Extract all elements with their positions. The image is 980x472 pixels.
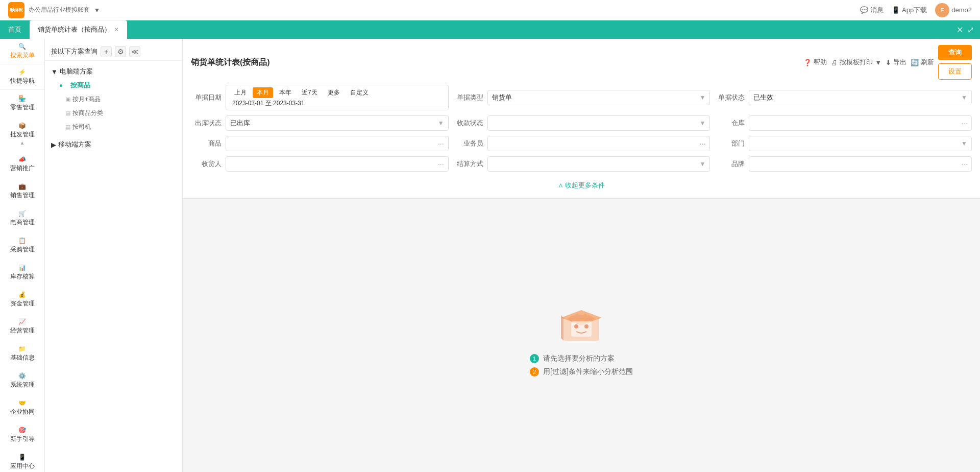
scheme-by-cashier[interactable]: ▤ 按司机 [45,120,182,134]
ecommerce-icon: 🛒 [18,210,26,217]
doc-type-wrap[interactable]: 销货单 ▼ [487,90,710,105]
scheme-by-product-category[interactable]: ▤ 按商品分类 [45,106,182,120]
sidebar-item-inventory-label: 库存核算 [10,272,35,281]
sidebar-item-marketing[interactable]: 📣 营销推广 [0,151,44,178]
sidebar-item-ecommerce[interactable]: 🛒 电商管理 [0,205,44,232]
doc-type-field: 单据类型 销货单 ▼ [453,90,710,105]
date-chip-this-year[interactable]: 本年 [275,87,296,98]
warehouse-dots[interactable]: ··· [961,119,967,127]
salesperson-dots[interactable]: ··· [700,139,706,148]
payment-status-wrap[interactable]: ▼ [487,115,710,131]
collapse-panel-btn[interactable]: ≪ [129,46,140,57]
date-chip-7days[interactable]: 近7天 [298,87,322,98]
sidebar-item-purchase[interactable]: 📋 采购管理 [0,232,44,259]
collapse-btn[interactable]: ∧ 收起更多条件 [558,181,605,190]
doc-status-dropdown-icon: ▼ [961,94,967,101]
sidebar-item-purchase-label: 采购管理 [10,245,35,254]
sidebar-item-system[interactable]: ⚙️ 系统管理 [0,367,44,394]
sidebar-item-inventory[interactable]: 📊 库存核算 [0,259,44,286]
receiver-dots[interactable]: ··· [438,160,444,168]
empty-illustration [551,295,612,346]
sidebar-item-basic[interactable]: 📁 基础信息 [0,340,44,367]
tip-2-num: 2 [530,367,539,376]
product-wrap[interactable]: ··· [226,136,449,151]
svg-point-4 [584,324,589,328]
sidebar-item-wholesale[interactable]: 📦 批发管理 ▲ [0,117,44,151]
svg-point-8 [584,314,587,317]
sidebar-item-sales[interactable]: 💼 销售管理 [0,178,44,205]
department-wrap[interactable]: ▼ [749,136,972,151]
add-scheme-btn[interactable]: + [101,46,112,57]
sidebar-quicknav[interactable]: ⚡ 快捷导航 [0,64,44,90]
settlement-wrap[interactable]: ▼ [487,156,710,172]
filter-actions: ❓ 帮助 🖨 按模板打印 ▼ ⬇ 导出 🔄 [803,45,972,80]
filter-row-4: 收货人 ··· 结算方式 ▼ [191,156,972,172]
tab-home-label: 首页 [8,25,21,34]
brand-dots[interactable]: ··· [961,160,967,168]
salesperson-wrap[interactable]: ··· [487,136,710,151]
app-download-btn[interactable]: 📱 App下载 [892,6,927,15]
tab-report-close[interactable]: ✕ [114,26,119,33]
scheme-settings-btn[interactable]: ⚙ [115,46,126,57]
print-btn[interactable]: 🖨 按模板打印 ▼ [831,58,881,67]
date-chip-more[interactable]: 更多 [324,87,344,98]
app-logo: 畅 标账 [8,2,24,18]
refresh-btn[interactable]: 🔄 刷新 [911,58,934,67]
date-chip-custom[interactable]: 自定义 [346,87,373,98]
date-chip-this-month[interactable]: 本月 [253,87,273,98]
doc-status-value: 已生效 [753,93,961,102]
date-chip-last-month[interactable]: 上月 [230,87,251,98]
help-btn[interactable]: ❓ 帮助 [803,58,827,67]
app-title: 办公用品行业模拟账套 [29,6,90,14]
topbar-dropdown-arrow[interactable]: ▼ [94,7,100,14]
tab-expand-btn[interactable]: ⤢ [967,25,974,35]
out-status-wrap[interactable]: 已出库 ▼ [226,115,449,131]
tip-1-text: 请先选择要分析的方案 [543,354,615,363]
tip-1-num: 1 [530,354,539,363]
doc-status-wrap[interactable]: 已生效 ▼ [749,90,972,105]
by-product-icon: ● [59,82,67,89]
sidebar-item-appcenter[interactable]: 📱 应用中心 [0,449,44,472]
sidebar-item-finance-label: 资金管理 [10,299,35,308]
sidebar-search[interactable]: 🔍 搜索菜单 [0,39,44,64]
desktop-group-label: 电脑端方案 [60,67,93,76]
help-icon: ❓ [803,59,812,66]
sidebar-quicknav-label: 快捷导航 [10,77,35,85]
tab-close-btn[interactable]: ✕ [957,25,963,35]
scheme-by-product-category-label: 按商品分类 [72,109,103,117]
product-dots[interactable]: ··· [438,139,444,148]
settings-btn[interactable]: 设置 [938,63,972,80]
sidebar-item-newguide[interactable]: 🎯 新手引导 [0,421,44,449]
warehouse-wrap[interactable]: ··· [749,115,972,131]
tab-report[interactable]: 销货单统计表（按商品） ✕ [30,20,127,39]
settlement-dropdown-icon: ▼ [699,160,705,168]
sidebar-item-operations[interactable]: 📈 经营管理 [0,313,44,340]
filter-area: 销货单统计表(按商品) ❓ 帮助 🖨 按模板打印 ▼ ⬇ [183,39,980,199]
scheme-by-month-product[interactable]: ▣ 按月+商品 [45,92,182,106]
left-panel-title: 按以下方案查询 [51,47,97,56]
doc-status-field: 单据状态 已生效 ▼ [714,90,972,105]
out-status-value: 已出库 [230,119,438,128]
sidebar-item-enterprise[interactable]: 🤝 企业协同 [0,394,44,421]
message-btn[interactable]: 💬 消息 [860,6,884,15]
print-dropdown-icon: ▼ [875,59,881,66]
query-btn[interactable]: 查询 [938,45,972,60]
doc-type-dropdown-icon: ▼ [699,94,705,101]
tab-home[interactable]: 首页 [0,20,30,39]
sidebar-item-enterprise-label: 企业协同 [10,408,35,416]
export-btn[interactable]: ⬇ 导出 [886,58,906,67]
brand-wrap[interactable]: ··· [749,156,972,172]
user-menu[interactable]: E demo2 [935,3,972,17]
mobile-group-header[interactable]: ▶ 移动端方案 [45,138,182,151]
desktop-group-header[interactable]: ▼ 电脑端方案 [45,65,182,78]
basic-icon: 📁 [18,345,26,352]
sidebar-item-retail[interactable]: 🏪 零售管理 [0,90,44,117]
department-label: 部门 [714,139,745,148]
desktop-scheme-group: ▼ 电脑端方案 ● 按商品 ▣ 按月+商品 ▤ 按商品分类 ▤ 按司机 [45,63,182,136]
salesperson-field: 业务员 ··· [453,136,710,151]
sidebar-item-finance[interactable]: 💰 资金管理 [0,286,44,313]
department-dropdown-icon: ▼ [961,140,967,147]
scheme-by-product[interactable]: ● 按商品 [45,78,182,92]
receiver-wrap[interactable]: ··· [226,156,449,172]
svg-rect-2 [571,321,592,337]
